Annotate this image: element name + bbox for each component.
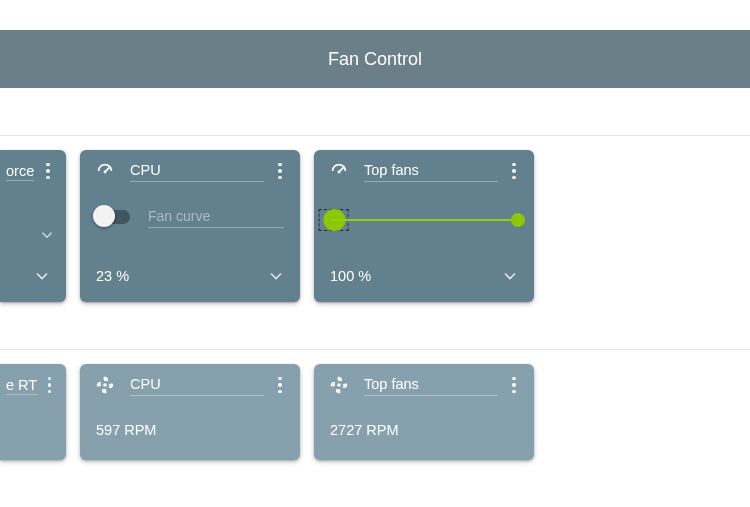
card-header: Top fans — [314, 150, 534, 192]
sensor-card-top-fans[interactable]: Top fans 2727 RPM — [314, 364, 534, 460]
triangle-down-icon[interactable] — [38, 226, 56, 244]
more-vert-icon[interactable] — [45, 373, 54, 397]
gauge-icon — [94, 160, 116, 182]
auto-toggle[interactable] — [96, 210, 130, 224]
svg-point-1 — [338, 170, 341, 173]
chevron-down-icon[interactable] — [32, 266, 52, 286]
sensor-card-cpu[interactable]: CPU 597 RPM — [80, 364, 300, 460]
card-title[interactable]: Top fans — [364, 376, 498, 394]
fan-curve-placeholder: Fan curve — [148, 208, 284, 226]
rpm-value: 2727 RPM — [330, 422, 518, 438]
sensor-card-partial[interactable]: e RT — [0, 364, 66, 460]
curve-card-cpu[interactable]: CPU Fan curve 23 % — [80, 150, 300, 302]
fan-curve-select[interactable]: Fan curve — [148, 208, 284, 226]
more-vert-icon[interactable] — [506, 373, 522, 397]
speed-slider[interactable] — [330, 212, 518, 228]
card-header: CPU — [80, 150, 300, 192]
card-title[interactable]: Top fans — [364, 162, 498, 180]
svg-point-0 — [104, 170, 107, 173]
slider-track — [330, 219, 518, 221]
app-title: Fan Control — [328, 49, 422, 70]
gauge-icon — [328, 160, 350, 182]
card-footer: 100 % — [330, 266, 520, 286]
chevron-down-icon[interactable] — [266, 266, 286, 286]
more-vert-icon[interactable] — [42, 159, 54, 183]
svg-point-2 — [103, 383, 107, 387]
card-header: Top fans — [314, 364, 534, 406]
rpm-value: 597 RPM — [96, 422, 284, 438]
curve-card-top-fans[interactable]: Top fans 100 % — [314, 150, 534, 302]
card-title[interactable]: CPU — [130, 376, 264, 394]
card-footer: 23 % — [96, 266, 286, 286]
card-header: CPU — [80, 364, 300, 406]
svg-point-3 — [337, 383, 341, 387]
more-vert-icon[interactable] — [272, 373, 288, 397]
sensor-cards-row: e RT CPU 597 RPM — [0, 364, 750, 460]
card-title[interactable]: orce — [6, 163, 34, 179]
divider — [0, 135, 750, 136]
card-title[interactable]: e RT — [6, 377, 37, 393]
chevron-down-icon[interactable] — [500, 266, 520, 286]
percent-value: 23 % — [96, 268, 129, 284]
card-title[interactable]: CPU — [130, 162, 264, 180]
titlebar: Fan Control — [0, 30, 750, 88]
more-vert-icon[interactable] — [506, 159, 522, 183]
percent-value: 100 % — [330, 268, 371, 284]
card-footer — [16, 266, 52, 286]
curve-card-partial[interactable]: orce — [0, 150, 66, 302]
card-header: e RT — [0, 364, 66, 406]
fan-icon — [328, 374, 350, 396]
slider-thumb[interactable] — [511, 213, 525, 227]
card-header: orce — [0, 150, 66, 192]
more-vert-icon[interactable] — [272, 159, 288, 183]
fan-icon — [94, 374, 116, 396]
divider — [0, 349, 750, 350]
curve-cards-row: orce CPU — [0, 150, 750, 302]
